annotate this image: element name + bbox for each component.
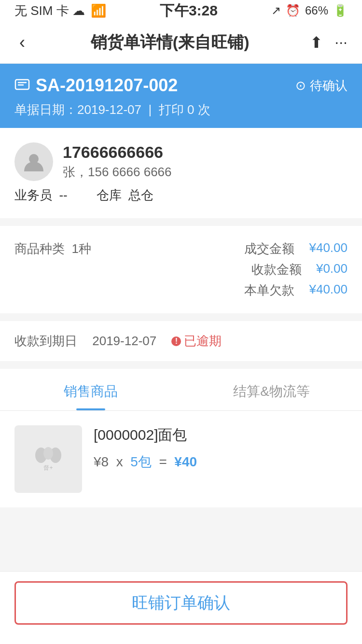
product-logo-icon: 督+	[29, 440, 68, 478]
customer-name: 张，156 6666 6666	[63, 164, 172, 181]
order-id: SA-20191207-002	[14, 75, 178, 96]
summary-card: 商品种类 1种 成交金额 ¥40.00 收款金额 ¥0.00 本单欠款 ¥40.…	[0, 226, 362, 313]
product-image: 督+	[14, 425, 82, 493]
customer-avatar	[14, 142, 53, 181]
svg-point-4	[43, 447, 53, 460]
status-bar-time: 下午3:28	[160, 1, 218, 21]
clock-icon: ⊙	[295, 78, 306, 93]
bottom-bar: 旺铺订单确认	[0, 571, 362, 644]
order-date: 单据日期：2019-12-07 | 打印 0 次	[14, 101, 348, 118]
product-item: 督+ [0000002]面包 ¥8 x 5包 = ¥40	[0, 411, 362, 507]
svg-text:督+: 督+	[43, 464, 53, 471]
order-header: SA-20191207-002 ⊙ 待确认 单据日期：2019-12-07 | …	[0, 64, 362, 128]
confirm-order-button[interactable]: 旺铺订单确认	[14, 581, 348, 625]
overdue-badge: ! 已逾期	[171, 333, 222, 350]
share-button[interactable]: ⬆	[310, 33, 323, 52]
product-price: ¥8 x 5包 = ¥40	[94, 453, 348, 471]
back-button[interactable]: ‹	[14, 28, 30, 57]
wifi-icon: 📶	[91, 3, 106, 18]
alarm-icon: ⏰	[286, 4, 300, 17]
nav-bar: ‹ 销货单详情(来自旺铺) ⬆ ···	[0, 21, 362, 64]
more-button[interactable]: ···	[334, 33, 348, 51]
warehouse: 仓库 总仓	[97, 187, 153, 204]
status-bar-right: ↗ ⏰ 66% 🔋	[271, 4, 348, 17]
customer-card: 17666666666 张，156 6666 6666 业务员 -- 仓库 总仓	[0, 128, 362, 218]
page-title: 销货单详情(来自旺铺)	[91, 31, 250, 54]
product-name: [0000002]面包	[94, 425, 348, 445]
sim-status: 无 SIM 卡 ☁	[14, 2, 85, 19]
summary-right: 成交金额 ¥40.00 收款金额 ¥0.00 本单欠款 ¥40.00	[244, 240, 348, 299]
tab-settlement[interactable]: 结算&物流等	[181, 369, 362, 410]
transaction-amount: 成交金额 ¥40.00	[244, 240, 348, 257]
due-date-card: 收款到期日 2019-12-07 ! 已逾期	[0, 321, 362, 361]
products-section: 督+ [0000002]面包 ¥8 x 5包 = ¥40	[0, 411, 362, 507]
customer-meta: 业务员 -- 仓库 总仓	[14, 187, 348, 204]
order-status: ⊙ 待确认	[295, 77, 348, 94]
tabs-container: 销售商品 结算&物流等	[0, 369, 362, 411]
product-info: [0000002]面包 ¥8 x 5包 = ¥40	[94, 425, 348, 471]
nav-right-actions: ⬆ ···	[310, 33, 348, 52]
customer-phone: 17666666666	[63, 143, 172, 162]
battery-level: 66%	[305, 4, 328, 17]
received-amount: 收款金额 ¥0.00	[251, 261, 348, 278]
due-date-label: 收款到期日	[14, 333, 77, 350]
location-icon: ↗	[271, 4, 281, 17]
summary-left: 商品种类 1种	[14, 240, 91, 257]
order-id-icon	[14, 75, 30, 96]
due-date-value: 2019-12-07	[92, 334, 156, 349]
status-bar-left: 无 SIM 卡 ☁ 📶	[14, 2, 106, 19]
owed-amount: 本单欠款 ¥40.00	[244, 282, 348, 299]
battery-icon: 🔋	[333, 4, 348, 17]
tab-products[interactable]: 销售商品	[0, 369, 181, 410]
product-type-row: 商品种类 1种	[14, 240, 91, 257]
sales-person: 业务员 --	[14, 187, 68, 204]
overdue-icon: !	[171, 336, 181, 346]
status-bar: 无 SIM 卡 ☁ 📶 下午3:28 ↗ ⏰ 66% 🔋	[0, 0, 362, 21]
customer-info: 17666666666 张，156 6666 6666	[63, 143, 172, 181]
overdue-text: 已逾期	[184, 333, 222, 350]
